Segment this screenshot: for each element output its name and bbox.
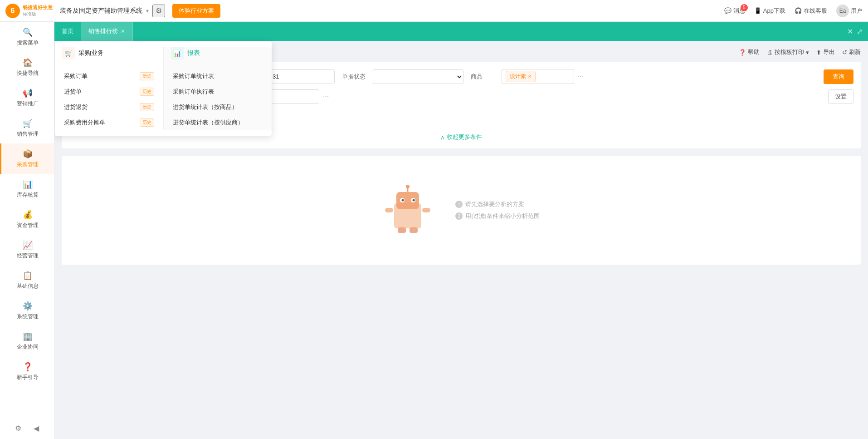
product-ellipsis[interactable]: ··· — [578, 73, 584, 81]
system-title: 装备及固定资产辅助管理系统 — [60, 7, 142, 15]
content-area: 首页 销售排行榜 ✕ ✕ ⤢ 🛒 采购业务 采购订单 — [54, 22, 868, 439]
search-icon: 🔍 — [23, 27, 33, 37]
logo-text: 畅捷通好生意 标准版 — [23, 4, 53, 17]
refresh-icon: ↺ — [842, 49, 847, 56]
print-dropdown-icon[interactable]: ▾ — [806, 49, 809, 56]
svg-rect-11 — [410, 227, 418, 233]
sidebar-item-basic[interactable]: 📋 基础信息 — [0, 265, 54, 296]
empty-tip-2: 2 用[过滤]条件来缩小分析范围 — [455, 212, 539, 220]
svg-rect-8 — [385, 208, 393, 212]
inventory-icon: 📊 — [23, 179, 33, 189]
history-badge-1: 历史 — [140, 88, 154, 96]
help-icon: ❓ — [739, 49, 746, 56]
home-icon: 🏠 — [23, 58, 33, 68]
toolbar-right: 查询 — [824, 69, 853, 84]
online-service-item[interactable]: 🎧 在线客服 — [795, 7, 827, 15]
sidebar-item-inventory[interactable]: 📊 库存核算 — [0, 174, 54, 204]
empty-state-panel: 1 请先选择要分析的方案 2 用[过滤]条件来缩小分析范围 — [62, 156, 861, 265]
basic-icon: 📋 — [23, 271, 33, 281]
report-menu-icon: 📊 — [171, 47, 184, 59]
main-layout: 🔍 搜索菜单 🏠 快捷导航 📢 营销推广 🛒 销售管理 📦 采购管理 📊 库存核… — [0, 22, 868, 439]
sidebar-item-sales[interactable]: 🛒 销售管理 — [0, 113, 54, 143]
svg-rect-10 — [398, 227, 406, 233]
tip-num-1: 1 — [455, 201, 463, 208]
query-button[interactable]: 查询 — [824, 69, 853, 84]
menu-item-stock-stat-supplier[interactable]: 进货单统计表（按供应商） — [171, 115, 265, 130]
tabs-bar: 首页 销售排行榜 ✕ ✕ ⤢ 🛒 采购业务 采购订单 — [54, 22, 868, 41]
doc-status-label: 单据状态 — [342, 73, 369, 81]
headset-icon: 🎧 — [795, 7, 802, 14]
purchase-menu-icon: 🛒 — [62, 47, 75, 59]
sidebar-item-system[interactable]: ⚙️ 系统管理 — [0, 296, 54, 326]
avatar: Ea — [836, 5, 849, 17]
sidebar-item-marketing[interactable]: 📢 营销推广 — [0, 83, 54, 113]
header-right: 💬 消息 5 📱 App下载 🎧 在线客服 Ea 用户 — [724, 5, 863, 17]
empty-tips: 1 请先选择要分析的方案 2 用[过滤]条件来缩小分析范围 — [455, 200, 539, 220]
settings-button[interactable]: 设置 — [828, 89, 853, 104]
message-item[interactable]: 💬 消息 5 — [724, 7, 745, 15]
tabs-maximize-btn[interactable]: ⤢ — [857, 27, 863, 36]
tab-close-icon[interactable]: ✕ — [121, 28, 125, 35]
tabs-close-all-btn[interactable]: ✕ — [847, 27, 853, 36]
doc-status-select[interactable] — [373, 69, 463, 84]
empty-icon — [383, 183, 437, 237]
sidebar-item-newguide[interactable]: ❓ 新手引导 — [0, 356, 54, 387]
product-tag-close[interactable]: ✕ — [528, 74, 532, 79]
sidebar-settings-btn[interactable]: ⚙ — [11, 421, 25, 435]
svg-rect-1 — [396, 192, 419, 209]
enterprise-icon: 🏢 — [23, 331, 33, 341]
guide-icon: ❓ — [23, 362, 33, 372]
message-badge: 5 — [741, 4, 748, 11]
industry-btn[interactable]: 体验行业方案 — [172, 4, 220, 18]
empty-tip-1: 1 请先选择要分析的方案 — [455, 200, 524, 208]
menu-item-stock-return[interactable]: 进货退货 历史 — [62, 99, 156, 115]
help-btn[interactable]: ❓ 帮助 — [739, 48, 760, 56]
logo-area: 6 畅捷通好生意 标准版 — [5, 4, 60, 18]
menu-item-stock-in[interactable]: 进货单 历史 — [62, 84, 156, 99]
history-badge-0: 历史 — [140, 72, 154, 80]
menu-item-stock-stat-product[interactable]: 进货单统计表（按商品） — [171, 99, 265, 115]
menu-purchase-header: 🛒 采购业务 — [62, 47, 156, 63]
settings-button[interactable]: ⚙ — [152, 5, 165, 17]
tab-sales-rank[interactable]: 销售排行榜 ✕ — [81, 22, 133, 41]
sidebar-collapse-btn[interactable]: ◀ — [29, 421, 44, 435]
sales-icon: 🛒 — [23, 118, 33, 128]
salesman-ellipsis[interactable]: ··· — [323, 93, 329, 101]
tab-home[interactable]: 首页 — [54, 22, 81, 41]
marketing-icon: 📢 — [23, 88, 33, 98]
menu-item-po-stat[interactable]: 采购订单统计表 — [171, 69, 265, 84]
empty-state-content: 1 请先选择要分析的方案 2 用[过滤]条件来缩小分析范围 — [71, 183, 852, 237]
menu-report-header: 📊 报表 — [171, 47, 265, 63]
svg-rect-9 — [422, 208, 430, 212]
sidebar-item-purchase[interactable]: 📦 采购管理 — [0, 143, 54, 174]
purchase-icon: 📦 — [23, 149, 33, 159]
collapse-icon: ∧ — [440, 134, 445, 141]
export-btn[interactable]: ⬆ 导出 — [816, 48, 835, 56]
menu-item-purchase-cost[interactable]: 采购费用分摊单 历史 — [62, 115, 156, 130]
doc-status-filter: 单据状态 — [342, 69, 463, 84]
phone-icon: 📱 — [754, 7, 761, 14]
svg-point-5 — [413, 199, 415, 202]
export-icon: ⬆ — [816, 49, 821, 56]
sidebar-item-enterprise[interactable]: 🏢 企业协同 — [0, 326, 54, 356]
svg-point-4 — [402, 199, 404, 202]
history-badge-2: 历史 — [140, 103, 154, 111]
chevron-down-icon[interactable]: ▾ — [146, 8, 149, 14]
svg-point-7 — [406, 185, 410, 188]
sidebar-item-operations[interactable]: 📈 经营管理 — [0, 235, 54, 265]
operations-icon: 📈 — [23, 240, 33, 250]
print-btn[interactable]: 🖨 按模板打印 ▾ — [767, 48, 809, 56]
purchase-dropdown-menu: 🛒 采购业务 采购订单 历史 进货单 历史 进货退货 历史 — [54, 41, 272, 136]
app-download-item[interactable]: 📱 App下载 — [754, 7, 785, 15]
sidebar-item-finance[interactable]: 💰 资金管理 — [0, 204, 54, 235]
print-icon: 🖨 — [767, 49, 773, 56]
product-tag: 设计素 ✕ — [506, 71, 536, 82]
finance-icon: 💰 — [23, 210, 33, 220]
sidebar-item-quicknav[interactable]: 🏠 快捷导航 — [0, 52, 54, 83]
menu-item-purchase-order[interactable]: 采购订单 历史 — [62, 69, 156, 84]
user-item[interactable]: Ea 用户 — [836, 5, 863, 17]
menu-item-po-exec[interactable]: 采购订单执行表 — [171, 84, 265, 99]
product-label: 商品 — [471, 73, 498, 81]
refresh-btn[interactable]: ↺ 刷新 — [842, 48, 861, 56]
sidebar-item-search[interactable]: 🔍 搜索菜单 — [0, 22, 54, 52]
